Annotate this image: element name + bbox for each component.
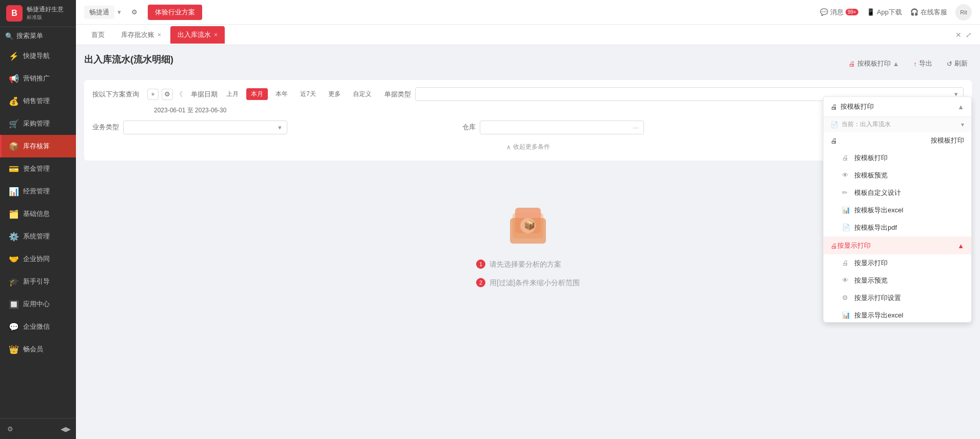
maximize-icon[interactable]: ⤢ bbox=[966, 31, 972, 39]
display-print-header[interactable]: 🖨 按显示打印 ▲ bbox=[824, 237, 971, 254]
header-left: 畅捷通 ▾ ⚙ 体验行业方案 bbox=[84, 5, 202, 20]
member-icon: 👑 bbox=[9, 344, 19, 354]
sidebar-item-marketing[interactable]: 📢 营销推广 bbox=[0, 67, 76, 90]
online-service-action[interactable]: 🎧 在线客服 bbox=[910, 8, 947, 17]
refresh-label: 刷新 bbox=[954, 59, 968, 68]
filter-setting-button[interactable]: ⚙ bbox=[162, 89, 173, 100]
sidebar-item-wechat[interactable]: 💬 企业微信 bbox=[0, 315, 76, 338]
dropdown-panel: 🖨 按模板打印 ▲ 📄 当前：出入库流水 ▾ 🖨 bbox=[823, 96, 972, 323]
sidebar-search[interactable]: 🔍 搜索菜单 bbox=[0, 27, 76, 45]
sidebar-item-finance[interactable]: 💳 资金管理 bbox=[0, 157, 76, 180]
close-batch-tab-icon[interactable]: × bbox=[158, 31, 161, 38]
trial-button[interactable]: 体验行业方案 bbox=[148, 5, 202, 20]
sidebar-item-purchase[interactable]: 🛒 采购管理 bbox=[0, 112, 76, 135]
app-download-action[interactable]: 📱 App下载 bbox=[867, 8, 902, 17]
item-label: 按模板打印 bbox=[854, 153, 888, 163]
logo-text: 畅捷通好生意 bbox=[27, 6, 64, 14]
display-print-item[interactable]: 🖨 按显示打印 bbox=[824, 254, 971, 272]
close-flow-tab-icon[interactable]: × bbox=[214, 31, 218, 38]
warehouse-more-icon[interactable]: ··· bbox=[633, 124, 639, 131]
disp-preview-icon: 👁 bbox=[842, 276, 850, 285]
collapse-sidebar-icon[interactable]: ◀▶ bbox=[61, 424, 71, 434]
close-window-icon[interactable]: ✕ bbox=[955, 31, 962, 39]
settings-bottom-icon[interactable]: ⚙ bbox=[5, 424, 15, 434]
warehouse-select[interactable]: ··· bbox=[480, 121, 644, 134]
dropdown-collapse-icon[interactable]: ▲ bbox=[957, 103, 964, 111]
item-label: 按模板导出excel bbox=[854, 206, 903, 215]
sidebar-item-basics[interactable]: 🗂️ 基础信息 bbox=[0, 203, 76, 225]
dropdown-title: 按模板打印 bbox=[840, 102, 874, 111]
biz-type-select[interactable]: ▾ bbox=[123, 121, 287, 134]
template-design-item[interactable]: ✏ 模板自定义设计 bbox=[824, 184, 971, 202]
chevron-down-icon[interactable]: ▾ bbox=[117, 8, 121, 16]
user-area: 畅捷通 ▾ bbox=[84, 6, 121, 19]
sidebar-item-member[interactable]: 👑 畅会员 bbox=[0, 338, 76, 361]
messages-action[interactable]: 💬 消息 99+ bbox=[820, 8, 858, 17]
page-header-area: 出入库流水(流水明细) 🖨 按模板打印 ▲ ↑ 导出 ↺ 刷新 bbox=[84, 53, 972, 74]
filter-add-button[interactable]: + bbox=[147, 89, 159, 100]
collapse-more-button[interactable]: ∧ 收起更多条件 bbox=[500, 141, 556, 153]
nav-label: 应用中心 bbox=[23, 300, 50, 309]
template-export-pdf-item[interactable]: 📄 按模板导出pdf bbox=[824, 219, 971, 236]
nav-label: 企业协同 bbox=[23, 254, 50, 264]
avatar-text: Rit bbox=[960, 9, 967, 15]
refresh-action[interactable]: ↺ 刷新 bbox=[943, 57, 972, 70]
print-action[interactable]: 🖨 按模板打印 ▲ bbox=[845, 57, 904, 70]
sidebar-item-sales[interactable]: 💰 销售管理 bbox=[0, 90, 76, 112]
display-print-settings-item[interactable]: ⚙ 按显示打印设置 bbox=[824, 289, 971, 307]
section-icon: 🖨 bbox=[831, 242, 837, 250]
date-custom[interactable]: 自定义 bbox=[348, 88, 376, 100]
sidebar-item-guide[interactable]: 🎓 新手引导 bbox=[0, 270, 76, 293]
date-this-year[interactable]: 本年 bbox=[271, 88, 292, 100]
template-print-item[interactable]: 🖨 按模板打印 bbox=[824, 149, 971, 167]
filter-main-label: 按以下方案查询 bbox=[92, 90, 139, 99]
export-action[interactable]: ↑ 导出 bbox=[910, 57, 937, 70]
template-export-excel-item[interactable]: 📊 按模板导出excel bbox=[824, 202, 971, 219]
sidebar-item-enterprise[interactable]: 🤝 企业协同 bbox=[0, 248, 76, 270]
tab-inventory-flow[interactable]: 出入库流水 × bbox=[170, 26, 225, 44]
preview-item-icon: 👁 bbox=[842, 171, 850, 179]
display-export-excel-item[interactable]: 📊 按显示导出excel bbox=[824, 307, 971, 322]
item-label: 按显示导出excel bbox=[854, 311, 903, 320]
print-item-icon: 🖨 bbox=[842, 154, 850, 162]
nav-label: 快捷导航 bbox=[23, 51, 50, 61]
sidebar-item-app-center[interactable]: 🔲 应用中心 bbox=[0, 293, 76, 315]
item-label: 按模板导出pdf bbox=[854, 223, 897, 232]
sidebar-item-inventory[interactable]: 📦 库存核算 bbox=[0, 135, 76, 157]
header-settings-icon[interactable]: ⚙ bbox=[127, 5, 142, 19]
display-preview-item[interactable]: 👁 按显示预览 bbox=[824, 272, 971, 289]
date-this-month[interactable]: 本月 bbox=[246, 88, 268, 100]
sidebar-item-system[interactable]: ⚙️ 系统管理 bbox=[0, 225, 76, 248]
messages-badge: 99+ bbox=[846, 9, 858, 15]
tab-home[interactable]: 首页 bbox=[84, 26, 112, 44]
chevron-up-icon: ∧ bbox=[506, 144, 511, 151]
step2-num: 2 bbox=[476, 278, 485, 287]
empty-steps: 1 请先选择要分析的方案 2 用[过滤]条件来缩小分析范围 bbox=[476, 257, 580, 290]
tab-batch-label: 库存批次账 bbox=[121, 30, 154, 39]
template-preview-item[interactable]: 👁 按模板预览 bbox=[824, 167, 971, 184]
template-print-section: 🖨 按模板打印 🖨 按模板打印 👁 按模板预览 ✏ bbox=[824, 132, 971, 237]
date-range-text: 2023-06-01 至 2023-06-30 bbox=[154, 107, 226, 114]
filter-expand-icon[interactable]: 《 bbox=[176, 90, 183, 99]
nav-label: 基础信息 bbox=[23, 209, 50, 218]
template-print-header[interactable]: 🖨 按模板打印 bbox=[824, 132, 971, 149]
dropdown-header: 🖨 按模板打印 ▲ bbox=[824, 97, 971, 117]
avatar[interactable]: Rit bbox=[955, 4, 972, 21]
mobile-icon: 📱 bbox=[867, 8, 875, 16]
nav-label: 库存核算 bbox=[23, 142, 50, 151]
current-template-arrow: ▾ bbox=[961, 121, 964, 128]
print-label: 按模板打印 bbox=[857, 59, 891, 68]
date-7days[interactable]: 近7天 bbox=[296, 88, 321, 100]
sidebar-bottom: ⚙ ◀▶ bbox=[0, 418, 76, 439]
logo-badge: 标准版 bbox=[27, 14, 64, 21]
sidebar-item-operations[interactable]: 📊 经营管理 bbox=[0, 180, 76, 203]
collapse-label: 收起更多条件 bbox=[513, 143, 550, 151]
tab-inventory-batch[interactable]: 库存批次账 × bbox=[114, 26, 168, 44]
biz-type-label: 业务类型 bbox=[92, 123, 119, 132]
marketing-icon: 📢 bbox=[9, 73, 19, 84]
top-header: 畅捷通 ▾ ⚙ 体验行业方案 💬 消息 99+ 📱 App下载 🎧 bbox=[76, 0, 980, 25]
nav-label: 采购管理 bbox=[23, 119, 50, 128]
sidebar-item-quick-nav[interactable]: ⚡ 快捷导航 bbox=[0, 45, 76, 67]
date-last-month[interactable]: 上月 bbox=[222, 88, 243, 100]
date-more[interactable]: 更多 bbox=[324, 88, 345, 100]
